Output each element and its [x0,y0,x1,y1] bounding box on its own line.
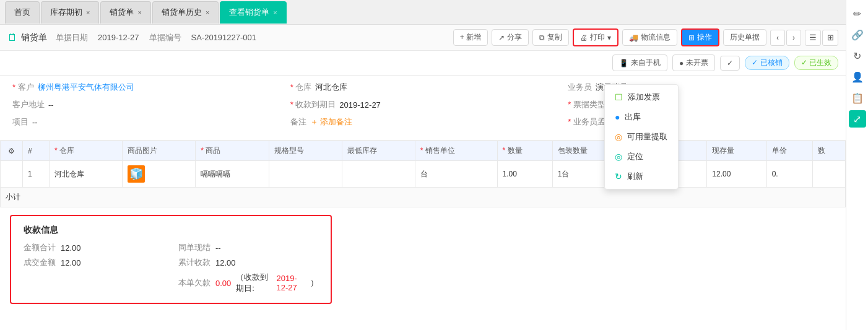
customer-label: 客户 [12,82,34,93]
logistics-button[interactable]: 🚚 物流信息 [622,29,677,46]
col-sales-unit: 销售单位 [415,141,497,161]
table-wrap: ⚙ # 仓库 商品图片 商品 规格型号 最低库存 销售单位 数量 包装数量 可用… [0,141,846,207]
from-phone-button[interactable]: 📱 来自手机 [612,54,667,71]
dropdown-refresh[interactable]: ↻ 刷新 [605,167,678,186]
col-gear: ⚙ [1,141,23,161]
new-button[interactable]: + 新增 [453,29,488,46]
cell-qty: 1.00 [497,161,552,188]
prev-button[interactable]: ‹ [770,30,785,46]
dropdown-locate[interactable]: ◎ 定位 [605,147,678,167]
sales-staff-label: 业务员孟 [568,116,605,128]
sidebar-link-icon[interactable]: 🔗 [849,26,866,43]
print-button[interactable]: 🖨 打印 ▾ [573,28,618,46]
cumulative-label: 累计收款 [178,257,210,268]
total-label: 金额合计 [24,242,56,253]
doc-icon: 🗒 [7,32,17,43]
due-value: 0.00 [215,279,231,288]
col-more: 数 [813,141,846,161]
view-icons: ☰ ⊞ [805,30,838,46]
product-thumbnail: 🧊 [128,165,145,183]
col-min-stock: 最低库存 [342,141,415,161]
right-sidebar: ✏ 🔗 ↻ 👤 📋 ⤢ [846,0,868,330]
due-row: 本单欠款 0.00 （收款到期日: 2019-12-27 ） [178,272,318,294]
cell-product: 嗝嗝嗝嗝 [196,161,269,188]
cell-unit-price: 0. [766,161,813,188]
history-button[interactable]: 历史单据 [723,29,766,46]
project-label: 项目 [12,116,28,128]
tab-sales-order-close[interactable]: × [137,9,141,16]
check-icon: ✓ [727,59,733,67]
cell-spec [269,161,342,188]
tab-view-sales-close[interactable]: × [273,9,277,16]
print-icon: 🖨 [580,33,588,42]
list-view-button[interactable]: ☰ [805,30,821,46]
outbound-icon: ● [615,112,620,122]
dropdown-outbound[interactable]: ● 出库 [605,107,678,127]
refresh-icon: ↻ [615,172,622,181]
col-product: 商品 [196,141,269,161]
cell-warehouse: 河北仓库 [50,161,123,188]
add-note-button[interactable]: ＋ 添加备注 [310,116,353,128]
check-button[interactable]: ✓ [720,56,740,71]
col-num: # [23,141,50,161]
not-open-button[interactable]: ● 未开票 [672,54,715,71]
staff-label: 业务员 [568,82,592,93]
dropdown-available-qty[interactable]: ◎ 可用量提取 [605,127,678,147]
tab-inventory-close[interactable]: × [86,9,90,16]
operation-label: 操作 [697,32,712,43]
doc-title: 销货单 [21,32,47,43]
sidebar-expand-icon[interactable]: ⤢ [849,110,866,128]
tab-sales-history[interactable]: 销货单历史 × [152,1,219,24]
col-spec: 规格型号 [269,141,342,161]
customer-value[interactable]: 柳州粤港平安气体有限公司 [38,82,134,93]
add-note-label: 添加备注 [320,117,352,126]
col-stock: 现存量 [707,141,766,161]
sidebar-edit-icon[interactable]: ✏ [849,5,866,22]
tab-home[interactable]: 首页 [5,1,40,24]
history-label: 历史单据 [730,32,760,43]
tab-sales-history-close[interactable]: × [206,9,209,16]
ticket-icon: ● [679,59,684,67]
cell-stock: 12.00 [707,161,766,188]
next-button[interactable]: › [786,30,801,46]
sidebar-user-icon[interactable]: 👤 [849,68,866,85]
not-open-label: 未开票 [686,58,708,68]
grid-view-button[interactable]: ⊞ [822,30,838,46]
operation-button[interactable]: ⊞ 操作 [681,28,719,46]
doc-meta: 单据日期 2019-12-27 单据编号 SA-20191227-001 [56,32,256,43]
due-end: ） [310,277,318,289]
customer-field: 客户 柳州粤港平安气体有限公司 [12,82,278,93]
col-unit-price: 单价 [766,141,813,161]
available-qty-label: 可用量提取 [627,131,667,142]
new-label: + 新增 [460,32,481,43]
sidebar-history-icon[interactable]: 📋 [849,89,866,106]
note-label: 备注 [290,116,306,128]
tab-inventory[interactable]: 库存期初 × [41,1,99,24]
tab-sales-order-label: 销货单 [110,7,134,18]
date-value: 2019-12-27 [98,33,139,42]
copy-button[interactable]: ⧉ 复制 [532,29,569,46]
canceled-badge: ✓ 已核销 [745,56,789,70]
available-qty-icon: ◎ [615,132,622,142]
share-button[interactable]: ↗ 分享 [492,29,529,46]
action-row: 📱 来自手机 ● 未开票 ✓ ✓ 已核销 ✓ 已生效 [0,51,846,76]
payment-date-value: 2019-12-27 [339,100,381,110]
cumulative-row: 累计收款 12.00 [178,257,318,268]
warehouse-value: 河北仓库 [315,82,347,93]
payment-info-title: 收款信息 [24,225,318,236]
tab-view-sales[interactable]: 查看销货单 × [220,1,286,24]
sidebar-rotate-icon[interactable]: ↻ [849,47,866,64]
col-warehouse: 仓库 [50,141,123,161]
refresh-label: 刷新 [627,171,643,182]
dropdown-add-invoice[interactable]: ☐ 添加发票 [605,87,678,107]
tab-sales-order[interactable]: 销货单 × [100,1,150,24]
number-value: SA-20191227-001 [191,33,257,42]
from-phone-label: 来自手机 [631,58,661,68]
form-row-1: 客户 柳州粤港平安气体有限公司 仓库 河北仓库 业务员 演示账号 [12,82,833,93]
outbound-label: 出库 [625,111,641,123]
number-label: 单据编号 [149,32,181,43]
transaction-row: 成交金额 12.00 [24,257,163,268]
logistics-label: 物流信息 [641,32,671,43]
same-order-value: -- [215,243,221,253]
share-label: 分享 [507,32,522,43]
